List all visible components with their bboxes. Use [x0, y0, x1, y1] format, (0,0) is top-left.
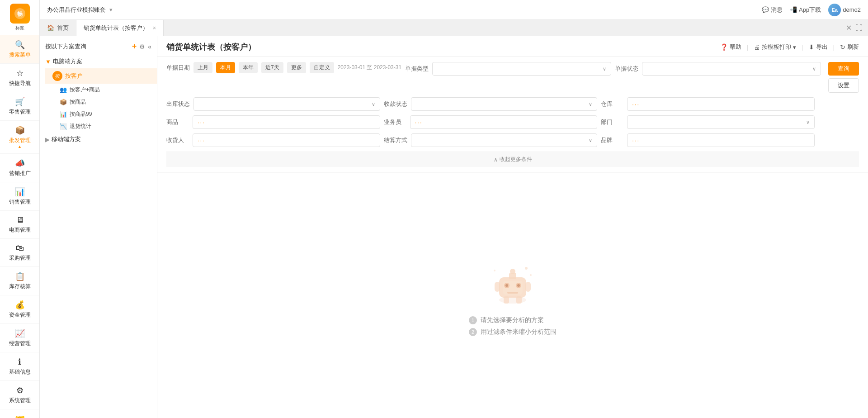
action-btn-group: 查询 设置	[828, 62, 859, 93]
sidebar-item-label: 经营管理	[9, 340, 31, 347]
export-btn[interactable]: ⬇ 导出	[809, 43, 828, 51]
mobile-schemes-label: 移动端方案	[52, 135, 81, 143]
app-download-btn[interactable]: 📲 App下载	[790, 6, 821, 14]
print-btn[interactable]: 🖨 按模板打印 ▾	[754, 43, 796, 51]
sidebar-item-search[interactable]: 🔍 搜索菜单	[0, 35, 39, 64]
order-type-select[interactable]: ∨	[432, 62, 611, 76]
date-btn-thisyear[interactable]: 本年	[239, 62, 258, 73]
sidebar-item-collab[interactable]: 🤝 企业协同	[0, 409, 39, 418]
sidebar-item-operations[interactable]: 📈 经营管理	[0, 324, 39, 352]
date-btn-lastmonth[interactable]: 上月	[193, 62, 212, 73]
sidebar-item-label: 系统管理	[9, 397, 31, 404]
right-content: 销货单统计表（按客户） ❓ 帮助 | 🖨 按模板打印 ▾ | ⬇	[157, 36, 868, 418]
product-icon: 📦	[60, 99, 67, 105]
warehouse-select[interactable]: ···	[627, 97, 815, 111]
left-panel: 按以下方案查询 + ⚙ « ▼ 电脑端方案 按 按客户 👥 按客	[40, 36, 157, 418]
settlement-select[interactable]: ∨	[411, 133, 598, 147]
sidebar-item-inventory[interactable]: 📋 库存核算	[0, 267, 39, 295]
scheme-by-product[interactable]: 📦 按商品	[45, 96, 157, 108]
product-select[interactable]: ···	[193, 115, 380, 129]
desktop-schemes-label: 电脑端方案	[53, 57, 82, 66]
refresh-btn[interactable]: ↻ 刷新	[840, 43, 859, 51]
sidebar-item-retail[interactable]: 🛒 零售管理	[0, 92, 39, 121]
scheme-by-product99[interactable]: 📊 按商品99	[45, 108, 157, 120]
sidebar-item-wholesale[interactable]: 📦 批发管理 ▲	[0, 121, 39, 154]
settings-scheme-btn[interactable]: ⚙	[139, 43, 145, 50]
scheme-by-product-label: 按商品	[70, 98, 86, 106]
sidebar-item-sales[interactable]: 📊 销售管理	[0, 182, 39, 211]
delivery-chevron: ∨	[372, 101, 375, 107]
content-area: 按以下方案查询 + ⚙ « ▼ 电脑端方案 按 按客户 👥 按客	[40, 36, 868, 418]
order-type-chevron: ∨	[603, 66, 606, 72]
date-btn-more[interactable]: 更多	[287, 62, 306, 73]
close-window-icon[interactable]: ✕	[846, 24, 852, 32]
panel-header: 按以下方案查询 + ⚙ «	[40, 42, 157, 55]
mobile-expand-icon: ▶	[45, 136, 50, 143]
scheme-customer-product[interactable]: 👥 按客户+商品	[45, 84, 157, 96]
scheme-by-product99-label: 按商品99	[70, 110, 92, 118]
brand-select[interactable]: ···	[627, 133, 815, 147]
sidebar-item-ecom[interactable]: 🖥 电商管理	[0, 211, 39, 239]
sidebar-item-system[interactable]: ⚙ 系统管理	[0, 381, 39, 409]
scheme-returns[interactable]: 📉 退货统计	[45, 120, 157, 133]
print-dropdown-icon[interactable]: ▾	[793, 44, 796, 51]
logo-text: 标账	[15, 25, 24, 31]
tab-close-btn[interactable]: ×	[153, 25, 156, 31]
sidebar-item-quicknav[interactable]: ☆ 快捷导航	[0, 64, 39, 92]
scheme-by-customer[interactable]: 按 按客户	[45, 68, 157, 84]
collapse-btn[interactable]: ∧ 收起更多条件	[494, 156, 532, 163]
brand-dots: ···	[632, 137, 640, 144]
empty-state: 1 请先选择要分析的方案 2 用过滤条件来缩小分析范围	[157, 173, 868, 418]
department-select[interactable]: ∨	[627, 115, 815, 129]
salesperson-select[interactable]: ···	[410, 115, 598, 129]
sidebar-item-marketing[interactable]: 📣 营销推广	[0, 154, 39, 182]
svg-rect-10	[495, 282, 500, 292]
date-btn-thismonth[interactable]: 本月	[216, 62, 235, 73]
add-scheme-btn[interactable]: +	[132, 42, 137, 51]
hint-text-2: 用过滤条件来缩小分析范围	[481, 328, 557, 336]
empty-icon	[486, 255, 540, 309]
info-icon: ℹ	[18, 357, 21, 367]
title-dropdown-icon[interactable]: ▾	[109, 6, 113, 13]
ecom-icon: 🖥	[16, 215, 24, 225]
svg-rect-11	[525, 282, 531, 292]
sidebar-item-label: 库存核算	[9, 283, 31, 290]
help-btn[interactable]: ❓ 帮助	[720, 43, 741, 51]
page-actions: ❓ 帮助 | 🖨 按模板打印 ▾ | ⬇ 导出 |	[720, 43, 859, 51]
sidebar-item-basicinfo[interactable]: ℹ 基础信息	[0, 352, 39, 381]
order-status-select[interactable]: ∨	[642, 62, 821, 76]
date-btn-7days[interactable]: 近7天	[261, 62, 283, 73]
system-icon: ⚙	[16, 385, 24, 395]
sidebar-item-label: 零售管理	[9, 108, 31, 116]
empty-hint-2: 2 用过滤条件来缩小分析范围	[469, 328, 557, 336]
export-label: 导出	[816, 43, 828, 51]
help-icon: ❓	[720, 43, 728, 51]
panel-header-actions: + ⚙ «	[132, 42, 151, 51]
date-label: 单据日期	[166, 64, 190, 72]
desktop-schemes-parent[interactable]: ▼ 电脑端方案	[40, 55, 157, 68]
sidebar-item-finance[interactable]: 💰 资金管理	[0, 295, 39, 324]
maximize-icon[interactable]: ⛶	[855, 24, 863, 32]
logo-icon: 畅	[10, 4, 30, 24]
sep2: |	[802, 44, 803, 51]
query-btn[interactable]: 查询	[828, 62, 859, 76]
settlement-chevron: ∨	[589, 138, 592, 143]
print-icon: 🖨	[754, 43, 760, 51]
sidebar-item-purchase[interactable]: 🛍 采购管理	[0, 239, 39, 267]
receiver-select[interactable]: ···	[193, 133, 380, 147]
date-btn-custom[interactable]: 自定义	[310, 62, 334, 73]
payment-status-select[interactable]: ∨	[411, 97, 598, 111]
collapse-bar[interactable]: ∧ 收起更多条件	[166, 152, 859, 167]
export-icon: ⬇	[809, 43, 814, 51]
mobile-schemes-parent[interactable]: ▶ 移动端方案	[40, 133, 157, 146]
hint-num-2: 2	[469, 328, 477, 336]
hint-num-1: 1	[469, 316, 477, 324]
tab-sales-stats[interactable]: 销货单统计表（按客户） ×	[76, 20, 164, 36]
delivery-status-select[interactable]: ∨	[193, 97, 380, 111]
message-btn[interactable]: 💬 消息	[762, 6, 783, 14]
collapse-panel-btn[interactable]: «	[148, 43, 151, 50]
expand-icon: ▼	[45, 58, 51, 65]
settings-btn[interactable]: 设置	[828, 78, 859, 93]
tab-home[interactable]: 🏠 首页	[40, 20, 76, 36]
user-menu[interactable]: Ea demo2	[828, 4, 861, 16]
